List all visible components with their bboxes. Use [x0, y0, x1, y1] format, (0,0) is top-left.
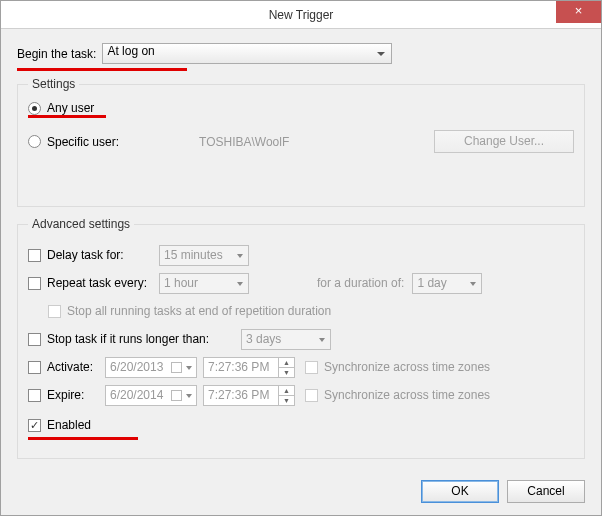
delay-task-checkbox[interactable]	[28, 249, 41, 262]
delay-task-value: 15 minutes	[164, 248, 223, 262]
stop-all-label: Stop all running tasks at end of repetit…	[67, 304, 331, 318]
begin-the-task-value: At log on	[107, 44, 154, 58]
expire-time-input[interactable]: 7:27:36 PM ▲▼	[203, 385, 295, 406]
stop-if-checkbox[interactable]	[28, 333, 41, 346]
specific-user-radio[interactable]	[28, 135, 41, 148]
new-trigger-dialog: New Trigger × Begin the task: At log on …	[0, 0, 602, 516]
repeat-task-select[interactable]: 1 hour	[159, 273, 249, 294]
settings-legend: Settings	[28, 77, 79, 91]
highlight-underline	[28, 437, 138, 440]
stop-all-checkbox	[48, 305, 61, 318]
enabled-label: Enabled	[47, 418, 91, 432]
calendar-icon	[171, 362, 182, 373]
duration-value: 1 day	[417, 276, 446, 290]
expire-checkbox[interactable]	[28, 389, 41, 402]
duration-select[interactable]: 1 day	[412, 273, 482, 294]
begin-the-task-label: Begin the task:	[17, 47, 96, 61]
duration-label: for a duration of:	[317, 276, 404, 290]
activate-date-input[interactable]: 6/20/2013	[105, 357, 197, 378]
expire-date-input[interactable]: 6/20/2014	[105, 385, 197, 406]
any-user-label: Any user	[47, 101, 94, 115]
stop-if-value: 3 days	[246, 332, 281, 346]
calendar-icon	[171, 390, 182, 401]
cancel-button[interactable]: Cancel	[507, 480, 585, 503]
sync-tz-expire-checkbox	[305, 389, 318, 402]
delay-task-select[interactable]: 15 minutes	[159, 245, 249, 266]
activate-time-input[interactable]: 7:27:36 PM ▲▼	[203, 357, 295, 378]
activate-time-value: 7:27:36 PM	[208, 360, 269, 374]
activate-checkbox[interactable]	[28, 361, 41, 374]
activate-date-value: 6/20/2013	[110, 360, 163, 374]
repeat-task-value: 1 hour	[164, 276, 198, 290]
change-user-button[interactable]: Change User...	[434, 130, 574, 153]
sync-tz-expire-label: Synchronize across time zones	[324, 388, 490, 402]
time-spinner[interactable]: ▲▼	[278, 358, 294, 377]
close-button[interactable]: ×	[556, 1, 601, 23]
advanced-settings-fieldset: Advanced settings Delay task for: 15 min…	[17, 217, 585, 459]
sync-tz-activate-checkbox	[305, 361, 318, 374]
begin-the-task-select[interactable]: At log on	[102, 43, 392, 64]
highlight-underline	[17, 68, 187, 71]
specific-user-value: TOSHIBA\WoolF	[199, 135, 289, 149]
settings-fieldset: Settings Any user Specific user: TOSHIBA…	[17, 77, 585, 207]
stop-if-select[interactable]: 3 days	[241, 329, 331, 350]
activate-label: Activate:	[47, 360, 105, 374]
advanced-settings-legend: Advanced settings	[28, 217, 134, 231]
specific-user-label: Specific user:	[47, 135, 119, 149]
enabled-checkbox[interactable]	[28, 419, 41, 432]
ok-button[interactable]: OK	[421, 480, 499, 503]
expire-time-value: 7:27:36 PM	[208, 388, 269, 402]
time-spinner[interactable]: ▲▼	[278, 386, 294, 405]
any-user-radio[interactable]	[28, 102, 41, 115]
window-title: New Trigger	[1, 1, 601, 29]
expire-label: Expire:	[47, 388, 105, 402]
delay-task-label: Delay task for:	[47, 248, 159, 262]
repeat-task-label: Repeat task every:	[47, 276, 159, 290]
repeat-task-checkbox[interactable]	[28, 277, 41, 290]
sync-tz-activate-label: Synchronize across time zones	[324, 360, 490, 374]
expire-date-value: 6/20/2014	[110, 388, 163, 402]
stop-if-label: Stop task if it runs longer than:	[47, 332, 241, 346]
titlebar: New Trigger ×	[1, 1, 601, 29]
highlight-underline	[28, 115, 106, 118]
